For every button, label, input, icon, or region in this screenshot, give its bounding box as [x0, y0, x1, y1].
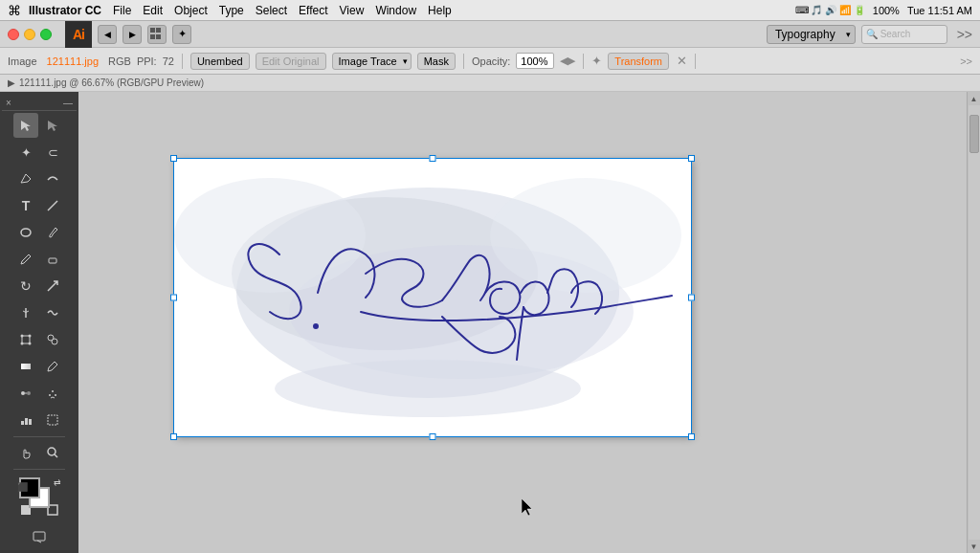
- image-trace-dropdown[interactable]: Image Trace: [332, 53, 412, 70]
- scale-tool[interactable]: [40, 274, 65, 299]
- panel-header: × —: [2, 96, 77, 111]
- menu-type[interactable]: Type: [219, 4, 244, 17]
- gradient-tool[interactable]: [13, 354, 38, 379]
- signature-area: [174, 159, 691, 436]
- signature-svg: [174, 159, 681, 427]
- edit-original-button[interactable]: Edit Original: [256, 53, 326, 70]
- mask-button[interactable]: Mask: [417, 53, 456, 70]
- minimize-button[interactable]: [24, 29, 35, 40]
- scrollbar-track[interactable]: [969, 105, 980, 540]
- swap-colors-icon[interactable]: ⇄: [54, 477, 61, 487]
- svg-marker-1: [48, 121, 57, 131]
- contextual-toolbar: Image 121111.jpg RGB PPI: 72 Unembed Edi…: [0, 48, 980, 75]
- rotate-tool[interactable]: ↻: [13, 274, 38, 299]
- direct-selection-tool[interactable]: [40, 113, 65, 138]
- align-icon[interactable]: ✕: [677, 54, 687, 68]
- breadcrumb-arrow[interactable]: ▶: [8, 77, 15, 88]
- tool-row-2: ✦ ⊂: [2, 140, 77, 165]
- context-filename: 121111.jpg: [47, 55, 99, 67]
- clock: Tue 11:51 AM: [907, 5, 972, 16]
- scrollbar-thumb[interactable]: [969, 115, 979, 153]
- pencil-tool[interactable]: [13, 247, 38, 272]
- svg-rect-22: [29, 419, 32, 425]
- toolbar-separator-2: [463, 54, 464, 69]
- close-button[interactable]: [8, 29, 19, 40]
- menu-view[interactable]: View: [340, 4, 365, 17]
- panel-close[interactable]: ×: [6, 98, 11, 108]
- fullscreen-button[interactable]: [40, 29, 52, 40]
- menubar-right: ⌨ 🎵 🔊 📶 🔋 100% Tue 11:51 AM: [795, 5, 972, 16]
- app-name: Illustrator CC: [29, 4, 101, 17]
- opacity-arrow[interactable]: ◀▶: [560, 55, 575, 67]
- eraser-tool[interactable]: [40, 247, 65, 272]
- svg-point-19: [55, 394, 56, 396]
- unembed-button[interactable]: Unembed: [190, 53, 250, 70]
- quick-actions[interactable]: ✦: [172, 25, 191, 44]
- window-nav-back[interactable]: ◀: [98, 25, 117, 44]
- window-nav-forward[interactable]: ▶: [122, 25, 142, 44]
- warp-tool[interactable]: [40, 300, 65, 325]
- workspace-dropdown[interactable]: Typography ▾: [767, 25, 856, 44]
- shape-builder-tool[interactable]: [40, 327, 65, 352]
- battery-percent: 100%: [873, 5, 900, 16]
- menu-object[interactable]: Object: [174, 4, 208, 17]
- reset-colors-icon[interactable]: ⬛: [17, 482, 28, 492]
- apple-menu[interactable]: ⌘: [8, 3, 21, 18]
- lasso-tool[interactable]: ⊂: [40, 140, 65, 165]
- svg-point-3: [21, 229, 31, 236]
- line-segment-tool[interactable]: [40, 193, 65, 218]
- menu-effect[interactable]: Effect: [299, 4, 327, 17]
- canvas-background: [78, 92, 967, 553]
- toolbar-separator-3: [583, 54, 584, 69]
- symbol-sprayer-tool[interactable]: [40, 381, 65, 406]
- tool-row-4: T: [2, 193, 77, 218]
- blend-tool[interactable]: [13, 381, 38, 406]
- scroll-down-button[interactable]: ▼: [968, 540, 981, 553]
- menu-edit[interactable]: Edit: [143, 4, 163, 17]
- opacity-input[interactable]: 100%: [516, 53, 554, 69]
- arrange-windows[interactable]: [147, 25, 167, 44]
- magic-wand-tool[interactable]: ✦: [13, 140, 38, 165]
- tool-row-3: [2, 166, 77, 191]
- svg-point-34: [174, 178, 366, 293]
- menu-file[interactable]: File: [113, 4, 131, 17]
- eyedropper-tool[interactable]: [40, 354, 65, 379]
- breadcrumb-text: 121111.jpg @ 66.67% (RGB/GPU Preview): [19, 77, 204, 88]
- panel-menu-icon[interactable]: >>: [960, 55, 972, 67]
- tool-row-5: [2, 220, 77, 245]
- status-icons: ⌨ 🎵 🔊 📶 🔋: [795, 5, 865, 15]
- zoom-tool[interactable]: [40, 440, 65, 465]
- menu-help[interactable]: Help: [428, 4, 452, 17]
- paintbrush-tool[interactable]: [40, 220, 65, 245]
- title-search-box[interactable]: 🔍 Search: [861, 25, 947, 44]
- context-ppi-value: 72: [163, 55, 174, 67]
- transform-toggle[interactable]: ✦: [591, 54, 602, 68]
- artboard-tool[interactable]: [40, 408, 65, 432]
- transform-button[interactable]: Transform: [608, 53, 669, 70]
- width-tool[interactable]: [13, 300, 38, 325]
- pen-tool[interactable]: [13, 166, 38, 191]
- graph-column-tool[interactable]: [13, 408, 38, 432]
- hand-tool[interactable]: [13, 440, 38, 465]
- type-tool[interactable]: T: [13, 193, 38, 218]
- context-colormode: RGB: [108, 55, 131, 67]
- panel-collapse[interactable]: —: [63, 98, 73, 108]
- menu-select[interactable]: Select: [256, 4, 287, 17]
- tool-row-1: [2, 113, 77, 138]
- scroll-up-button[interactable]: ▲: [968, 92, 981, 105]
- selection-tool[interactable]: [13, 113, 38, 138]
- menu-window[interactable]: Window: [375, 4, 416, 17]
- svg-marker-37: [522, 498, 532, 516]
- svg-point-10: [29, 343, 32, 345]
- canvas-area[interactable]: ▲ ▼: [78, 92, 980, 553]
- free-transform-tool[interactable]: [13, 327, 38, 352]
- collapse-panel-icon[interactable]: >>: [957, 27, 972, 42]
- curvature-tool[interactable]: [40, 166, 65, 191]
- svg-point-14: [21, 391, 25, 395]
- svg-point-33: [275, 360, 581, 417]
- svg-point-12: [52, 339, 57, 344]
- screen-mode-icon[interactable]: [27, 524, 52, 549]
- scrollbar-right[interactable]: ▲ ▼: [967, 92, 980, 553]
- context-ppi-label: PPI:: [137, 55, 157, 67]
- ellipse-tool[interactable]: [13, 220, 38, 245]
